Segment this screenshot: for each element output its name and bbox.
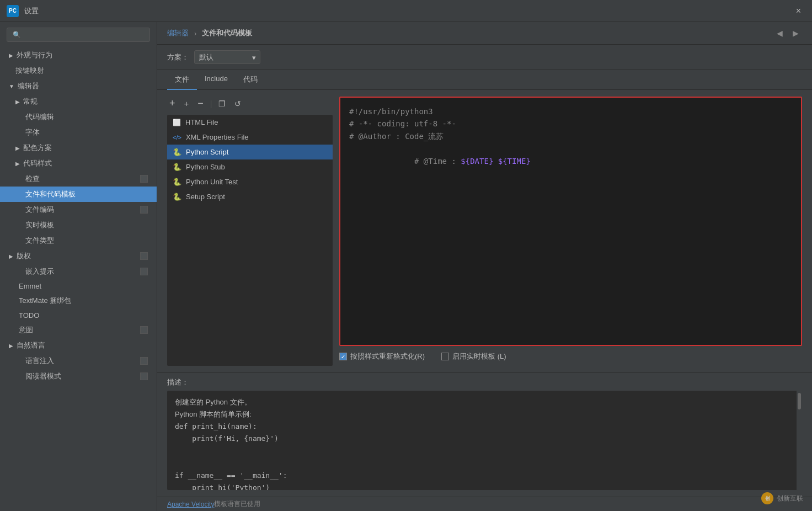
search-bar[interactable]: 🔍 xyxy=(7,28,150,42)
description-box: 创建空的 Python 文件。 Python 脚本的简单示例: def prin… xyxy=(167,391,802,490)
python-icon: 🐍 xyxy=(173,178,181,186)
sidebar-item-label: 字体 xyxy=(25,127,40,137)
sidebar-item-label: Emmet xyxy=(19,282,41,290)
title-bar: PC 设置 × xyxy=(0,0,812,22)
sidebar-item-label: 嵌入提示 xyxy=(25,267,54,276)
editor-section: + + − | ❐ ↺ ⬜ HTML File </> xyxy=(157,90,812,372)
expand-arrow: ▼ xyxy=(9,83,14,89)
nav-back-button[interactable]: ◀ xyxy=(773,28,786,39)
sidebar-item-intent[interactable]: 意图 xyxy=(0,322,157,338)
scheme-label: 方案： xyxy=(167,52,189,62)
file-list-item-xml[interactable]: </> XML Properties File xyxy=(167,130,333,145)
sidebar-item-label: 文件编码 xyxy=(25,205,54,215)
code-editor[interactable]: #!/usr/bin/python3 # -*- coding: utf-8 -… xyxy=(339,97,802,346)
code-line-4: # @Time : ${DATE} ${TIME} xyxy=(349,142,792,179)
code-editor-panel: #!/usr/bin/python3 # -*- coding: utf-8 -… xyxy=(339,97,802,366)
file-list-item-python-unit-test[interactable]: 🐍 Python Unit Test xyxy=(167,174,333,189)
expand-arrow: ▶ xyxy=(15,161,20,167)
description-scrollbar[interactable] xyxy=(797,391,802,490)
expand-arrow: ▶ xyxy=(9,253,13,259)
sidebar-item-file-types[interactable]: 文件类型 xyxy=(0,233,157,248)
sidebar-item-textmate[interactable]: TextMate 捆绑包 xyxy=(0,293,157,308)
content-area: 编辑器 › 文件和代码模板 ◀ ▶ 方案： 默认 文件 Include 代码 xyxy=(157,22,812,511)
search-icon: 🔍 xyxy=(13,31,21,39)
sidebar-item-file-encoding[interactable]: 文件编码 xyxy=(0,202,157,217)
sidebar-item-inlay-hints[interactable]: 嵌入提示 xyxy=(0,264,157,279)
remove-button[interactable]: − xyxy=(195,97,206,110)
content-footer: Apache Velocity 模板语言已使用 xyxy=(157,497,812,511)
description-line-2: Python 脚本的简单示例: xyxy=(175,408,794,420)
file-item-label: Setup Script xyxy=(186,193,225,201)
sidebar-item-code-style[interactable]: ▶ 代码样式 xyxy=(0,156,157,171)
breadcrumb-parent[interactable]: 编辑器 xyxy=(167,28,189,38)
code-line-1: #!/usr/bin/python3 xyxy=(349,105,792,118)
reformat-option[interactable]: 按照样式重新格式化(R) xyxy=(339,352,425,361)
tab-code[interactable]: 代码 xyxy=(236,70,265,90)
content-body: + + − | ❐ ↺ ⬜ HTML File </> xyxy=(157,90,812,511)
close-button[interactable]: × xyxy=(792,4,805,18)
file-list-panel: + + − | ❐ ↺ ⬜ HTML File </> xyxy=(167,97,333,366)
file-list: ⬜ HTML File </> XML Properties File 🐍 Py… xyxy=(167,115,333,366)
sidebar-item-file-code-templates[interactable]: 文件和代码模板 xyxy=(0,187,157,202)
live-template-checkbox[interactable] xyxy=(441,353,449,360)
scheme-select-wrapper: 默认 xyxy=(194,50,260,64)
file-list-toolbar: + + − | ❐ ↺ xyxy=(167,97,333,110)
copy-button[interactable]: ❐ xyxy=(216,98,228,109)
scheme-select[interactable]: 默认 xyxy=(194,50,260,64)
python-icon: 🐍 xyxy=(173,148,181,156)
add-dir-button[interactable]: + xyxy=(182,98,191,109)
file-item-label: HTML File xyxy=(185,118,218,126)
breadcrumb-separator: › xyxy=(194,29,196,38)
add-button[interactable]: + xyxy=(167,97,178,110)
sidebar-item-label: 代码编辑 xyxy=(25,112,54,122)
reset-button[interactable]: ↺ xyxy=(232,98,243,109)
description-line-1: 创建空的 Python 文件。 xyxy=(175,396,794,408)
sidebar-item-keymap[interactable]: 按键映射 xyxy=(0,63,157,78)
code-line-3: # @Author : Code_流苏 xyxy=(349,130,792,142)
file-item-label: XML Properties File xyxy=(186,133,249,141)
file-list-item-html[interactable]: ⬜ HTML File xyxy=(167,115,333,130)
sidebar-item-editor[interactable]: ▼ 编辑器 xyxy=(0,78,157,94)
sidebar-item-code-editing[interactable]: 代码编辑 xyxy=(0,109,157,125)
live-template-option[interactable]: 启用实时模板 (L) xyxy=(441,352,506,361)
expand-arrow: ▶ xyxy=(15,145,20,151)
file-list-item-python-stub[interactable]: 🐍 Python Stub xyxy=(167,159,333,174)
sidebar-item-inspection[interactable]: 检查 xyxy=(0,171,157,187)
code-space xyxy=(493,157,498,166)
nav-forward-button[interactable]: ▶ xyxy=(789,28,802,39)
description-line-4: print(f'Hi, {name}') xyxy=(175,433,794,445)
sidebar-item-font[interactable]: 字体 xyxy=(0,125,157,140)
scrollbar-thumb xyxy=(798,393,801,409)
sidebar-item-reader-mode[interactable]: 阅读器模式 xyxy=(0,369,157,384)
xml-icon: </> xyxy=(173,134,181,141)
app-logo: PC xyxy=(7,5,19,17)
sidebar-item-live-templates[interactable]: 实时模板 xyxy=(0,217,157,233)
sidebar-item-color-scheme[interactable]: ▶ 配色方案 xyxy=(0,140,157,156)
sidebar-item-label: 检查 xyxy=(25,174,40,184)
footer-suffix: 模板语言已使用 xyxy=(214,499,260,509)
file-list-item-setup-script[interactable]: 🐍 Setup Script xyxy=(167,189,333,204)
sidebar-item-todo[interactable]: TODO xyxy=(0,308,157,322)
tab-include[interactable]: Include xyxy=(197,70,236,90)
tab-file[interactable]: 文件 xyxy=(167,70,197,90)
html-icon: ⬜ xyxy=(173,119,181,126)
sidebar-item-appearance[interactable]: ▶ 外观与行为 xyxy=(0,47,157,63)
sidebar: 🔍 ▶ 外观与行为 按键映射 ▼ 编辑器 ▶ 常规 代码编辑 字体 ▶ xyxy=(0,22,157,511)
tabs-bar: 文件 Include 代码 xyxy=(157,70,812,90)
sidebar-item-general[interactable]: ▶ 常规 xyxy=(0,94,157,109)
description-line-3: def print_hi(name): xyxy=(175,420,794,433)
file-list-item-python-script[interactable]: 🐍 Python Script xyxy=(167,145,333,159)
sidebar-item-label: TextMate 捆绑包 xyxy=(19,296,71,306)
sidebar-item-natural-language[interactable]: ▶ 自然语言 xyxy=(0,338,157,353)
toolbar-separator: | xyxy=(210,99,212,108)
search-input[interactable] xyxy=(24,31,144,39)
sidebar-item-emmet[interactable]: Emmet xyxy=(0,279,157,293)
sidebar-item-label: 配色方案 xyxy=(23,143,52,153)
sidebar-item-copyright[interactable]: ▶ 版权 xyxy=(0,248,157,264)
reformat-checkbox[interactable] xyxy=(339,353,347,360)
sidebar-item-lang-injection[interactable]: 语言注入 xyxy=(0,353,157,369)
file-item-label: Python Stub xyxy=(186,163,225,171)
watermark: 创 创新互联 xyxy=(761,492,803,504)
description-line-6 xyxy=(175,457,794,469)
footer-link[interactable]: Apache Velocity xyxy=(167,501,214,508)
